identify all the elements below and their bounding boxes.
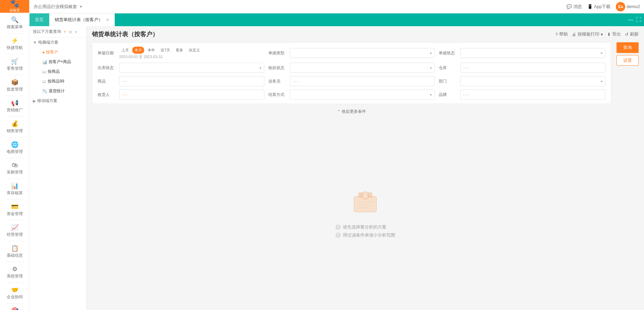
scheme-by-customer-goods[interactable]: 📊 按客户+商品 — [37, 57, 86, 67]
settings-button[interactable]: 设置 — [616, 55, 639, 66]
scheme-settings-icon[interactable]: ⊙ — [69, 30, 72, 34]
payment-status-label: 收款状态 — [268, 65, 287, 71]
date-btn-more[interactable]: 更多 — [173, 47, 185, 54]
help-label: 帮助 — [559, 31, 568, 37]
desktop-scheme-group[interactable]: ▼ 电脑端方案 — [30, 38, 86, 47]
warehouse-control[interactable]: ··· — [460, 63, 605, 73]
sidebar-item-retail[interactable]: 🛒零售管理 — [5, 54, 24, 75]
message-label: 消息 — [573, 4, 582, 10]
date-btn-this-month[interactable]: 本月 — [132, 47, 144, 54]
refresh-icon: ↺ — [625, 32, 629, 37]
sidebar-item-inventory[interactable]: 📊库存核算 — [5, 179, 24, 200]
goods-control[interactable]: ··· — [119, 76, 264, 86]
date-btn-this-year[interactable]: 本年 — [145, 47, 157, 54]
export-icon: ⬇ — [607, 32, 611, 37]
doc-type-control[interactable]: ▾ — [290, 48, 435, 58]
tip-text-2: 用过滤条件来缩小分析范围 — [343, 232, 395, 238]
receiver-control[interactable]: ··· — [119, 90, 264, 100]
logo-text: 标账贤 — [10, 8, 20, 13]
date-btn-last-month[interactable]: 上月 — [119, 47, 131, 54]
sidebar-item-ecommerce[interactable]: 🌐电商管理 — [5, 138, 24, 158]
logo-icon: 🐾 — [10, 0, 19, 7]
settlement-control[interactable]: ▾ — [290, 90, 435, 100]
brand-dots: ··· — [463, 92, 469, 97]
sidebar-item-search-menu[interactable]: 🔍搜索菜单 — [5, 13, 24, 34]
brand-label: 品牌 — [439, 92, 458, 98]
sidebar-item-system[interactable]: ⚙系统管理 — [5, 262, 24, 283]
sidebar-item-label: 库存核算 — [7, 191, 23, 195]
left-panel: 按以下方案查询 + ⊙ « ▼ 电脑端方案 ● 按客户 📊 按客户+商品 — [30, 26, 87, 310]
sidebar-item-marketing[interactable]: 📢营销推广 — [5, 96, 24, 117]
filter-department: 部门 ▾ — [439, 76, 605, 86]
date-quick-btns: 上月 本月 本年 近7天 更多 自定义 — [119, 47, 264, 54]
brand-control[interactable]: ··· — [460, 90, 605, 100]
refresh-action[interactable]: ↺ 刷新 — [625, 31, 639, 37]
scheme-by-goods[interactable]: 🗂 按商品 — [37, 67, 86, 76]
print-dropdown-icon[interactable]: ▾ — [601, 32, 603, 37]
department-control[interactable]: ▾ — [460, 76, 605, 86]
svg-point-4 — [367, 193, 369, 196]
export-label: 导出 — [612, 31, 621, 37]
payment-status-control[interactable]: ▾ — [290, 63, 435, 73]
newbie-icon: 🎯 — [7, 307, 23, 310]
sidebar-item-sales[interactable]: 💰销售管理 — [5, 117, 24, 138]
svg-point-3 — [362, 193, 363, 196]
user-avatar: Ea — [616, 2, 625, 11]
sidebar-item-purchase[interactable]: 🛍采购管理 — [5, 158, 24, 179]
date-btn-7days[interactable]: 近7天 — [158, 47, 172, 54]
sales-icon: 💰 — [7, 120, 23, 127]
user-nav-item[interactable]: Ea demo2 — [616, 2, 640, 11]
sidebar-item-newbie[interactable]: 🎯新手引导 — [5, 304, 24, 310]
sidebar-item-wholesale[interactable]: 📦批发管理 — [5, 75, 24, 96]
scheme-by-goods99[interactable]: 🗂 按商品99 — [37, 76, 86, 86]
print-action[interactable]: 🖨 按模板打印 ▾ — [572, 31, 603, 37]
scheme-icon: 🗂 — [42, 79, 46, 84]
sidebar-item-label: 快捷导航 — [7, 45, 23, 50]
window-restore-icon[interactable]: ⛶ — [636, 17, 641, 23]
filter-row-3: 商品 ··· 业务员 ··· — [98, 76, 605, 86]
settlement-label: 结算方式 — [268, 92, 287, 98]
sidebar-item-quick-nav[interactable]: ⚡快捷导航 — [5, 34, 24, 54]
collapse-bar[interactable]: ⌃ 收起更多条件 — [92, 107, 611, 116]
system-icon: ⚙ — [7, 265, 23, 273]
filter-settlement: 结算方式 ▾ — [268, 90, 435, 100]
app-download-nav-item[interactable]: 📱 App下载 — [587, 4, 610, 10]
department-label: 部门 — [439, 79, 458, 84]
help-action[interactable]: ? 帮助 — [555, 31, 568, 37]
filter-main: 单据日期 上月 本月 本年 近7天 更多 自定义 — [92, 42, 611, 116]
date-range-text: 2023-03-01 至 2023-03-31 — [119, 54, 264, 59]
help-icon: ? — [555, 32, 558, 37]
tab-sales-stat[interactable]: 销货单统计表（按客户） ✕ — [49, 13, 115, 26]
tab-close-icon[interactable]: ✕ — [106, 18, 109, 22]
mobile-scheme-group[interactable]: ▶ 移动端方案 — [30, 96, 86, 106]
sidebar-item-label: 电商管理 — [7, 149, 23, 154]
doc-status-control[interactable]: ▾ — [460, 48, 605, 58]
salesperson-control[interactable]: ··· — [290, 76, 435, 86]
query-button[interactable]: 查询 — [616, 42, 639, 53]
sidebar-item-basic[interactable]: 📋基础信息 — [5, 241, 24, 262]
right-btn-group: 查询 设置 — [616, 42, 639, 116]
salesperson-dots: ··· — [293, 79, 299, 84]
window-minimize-icon[interactable]: — — [628, 17, 633, 23]
app-dropdown-icon[interactable]: ▾ — [80, 4, 82, 9]
department-chevron: ▾ — [601, 80, 602, 83]
sidebar-item-label: 营销推广 — [7, 108, 23, 112]
message-nav-item[interactable]: 💬 消息 — [567, 4, 582, 10]
operation-icon: 📈 — [7, 224, 23, 231]
wholesale-icon: 📦 — [7, 79, 23, 86]
basic-icon: 📋 — [7, 245, 23, 252]
sidebar-item-finance[interactable]: 💳资金管理 — [5, 200, 24, 220]
collapse-panel-icon[interactable]: « — [75, 30, 77, 34]
sidebar-item-operation[interactable]: 📈经营管理 — [5, 220, 24, 241]
add-scheme-icon[interactable]: + — [64, 30, 66, 34]
filter-doc-type: 单据类型 ▾ — [268, 48, 435, 58]
scheme-by-customer[interactable]: ● 按客户 — [37, 47, 86, 57]
out-status-control[interactable]: ▾ — [119, 63, 264, 73]
export-action[interactable]: ⬇ 导出 — [607, 31, 621, 37]
scheme-return-stat[interactable]: 📉 退货统计 — [37, 86, 86, 96]
sidebar-item-enterprise[interactable]: 🤝企业协同 — [5, 283, 24, 304]
tab-home[interactable]: 首页 — [30, 13, 49, 26]
app-logo: 🐾 标账贤 — [0, 0, 30, 13]
date-btn-custom[interactable]: 自定义 — [186, 47, 202, 54]
empty-illustration — [348, 183, 382, 216]
